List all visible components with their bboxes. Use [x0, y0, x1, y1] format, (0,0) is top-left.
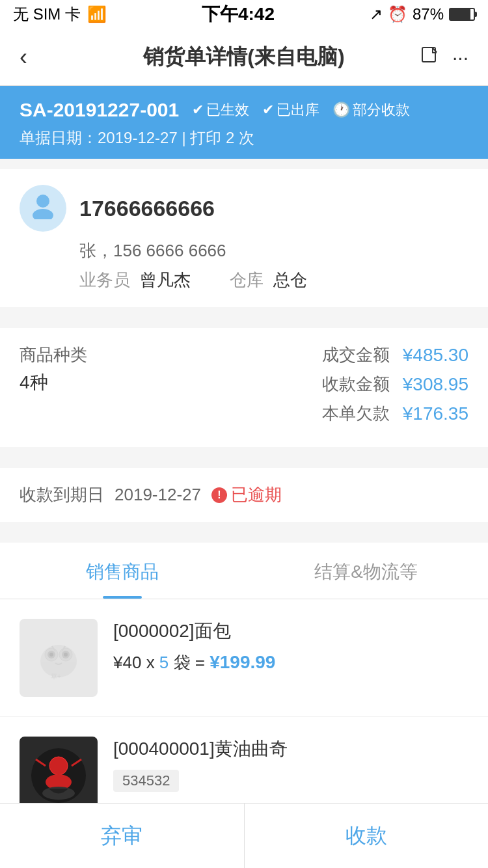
abandon-review-button[interactable]: 弃审 — [0, 804, 245, 868]
received-value: ¥308.95 — [403, 374, 468, 395]
battery-icon — [449, 8, 475, 21]
svg-point-8 — [49, 653, 53, 657]
warehouse-name: 总仓 — [273, 270, 307, 290]
svg-point-12 — [49, 757, 68, 775]
customer-row: 17666666666 — [20, 185, 468, 232]
print-count: 2 — [226, 129, 234, 146]
deal-amount-label: 成交金额 — [322, 344, 390, 366]
product-info-1: [0000002]面包 ¥40 x 5 袋 = ¥199.99 — [113, 619, 468, 674]
tab-settlement[interactable]: 结算&物流等 — [244, 543, 488, 599]
staff-label: 业务员 — [79, 270, 130, 290]
customer-info: 张，156 6666 6666 — [79, 239, 468, 262]
svg-point-2 — [33, 209, 53, 219]
page-title: 销货单详情(来自电脑) — [143, 43, 344, 72]
wifi-icon: 📶 — [87, 5, 107, 23]
sep-1 — [0, 159, 488, 169]
sep-4 — [0, 532, 488, 543]
order-date: 2019-12-27 — [98, 129, 178, 146]
product-batch-2: 534532 — [113, 769, 468, 801]
location-icon: ↗ — [370, 5, 383, 23]
print-label: | 打印 — [178, 129, 226, 146]
status-shipped: ✔ 已出库 — [262, 100, 319, 120]
status-effected: ✔ 已生效 — [192, 100, 249, 120]
bottom-action-bar: 弃审 收款 — [0, 803, 488, 868]
product-name-1: [0000002]面包 — [113, 619, 468, 644]
due-date: 2019-12-27 — [115, 485, 201, 505]
check-icon-1: ✔ — [192, 102, 204, 118]
svg-point-9 — [64, 653, 68, 657]
staff-section: 业务员 曾凡杰 — [79, 269, 191, 292]
status-time: 下午4:42 — [202, 2, 275, 27]
total-1: ¥199.99 — [210, 652, 275, 672]
more-icon[interactable]: ··· — [452, 46, 468, 68]
status-left: 无 SIM 卡 📶 — [13, 4, 107, 25]
svg-text:草+: 草+ — [51, 673, 61, 680]
staff-row: 业务员 曾凡杰 仓库 总仓 — [79, 269, 468, 292]
quantity-1: 5 — [159, 653, 169, 672]
received-row: 收款金额 ¥308.95 — [322, 373, 468, 396]
clock-icon: 🕐 — [332, 102, 350, 118]
check-icon-2: ✔ — [262, 102, 274, 118]
stats-right: 成交金额 ¥485.30 收款金额 ¥308.95 本单欠款 ¥176.35 — [322, 344, 468, 431]
status-right: ↗ ⏰ 87% — [370, 5, 475, 23]
order-number: SA-20191227-001 — [20, 99, 179, 121]
debt-label: 本单欠款 — [322, 402, 390, 425]
product-item-1: 草+ [0000002]面包 ¥40 x 5 袋 = ¥199.99 — [0, 599, 488, 717]
nav-actions: ··· — [420, 45, 468, 69]
debt-row: 本单欠款 ¥176.35 — [322, 402, 468, 425]
status-partial: 🕐 部分收款 — [332, 100, 410, 120]
type-count: 4种 — [20, 370, 87, 395]
alarm-icon: ⏰ — [388, 5, 407, 23]
due-section: 收款到期日 2019-12-27 ! 已逾期 — [0, 468, 488, 522]
header-banner: SA-20191227-001 ✔ 已生效 ✔ 已出库 🕐 部分收款 单据日期：… — [0, 86, 488, 159]
banner-date-row: 单据日期：2019-12-27 | 打印 2 次 — [20, 128, 468, 148]
person-icon — [29, 191, 57, 226]
svg-point-1 — [36, 195, 49, 208]
overdue-icon: ! — [211, 487, 227, 503]
warehouse-label: 仓库 — [230, 270, 264, 290]
customer-section: 17666666666 张，156 6666 6666 业务员 曾凡杰 仓库 总… — [0, 169, 488, 307]
back-button[interactable]: ‹ — [13, 37, 34, 77]
type-label: 商品种类 — [20, 344, 87, 366]
stats-section: 商品种类 4种 成交金额 ¥485.30 收款金额 ¥308.95 本单欠款 ¥… — [0, 328, 488, 447]
customer-id: 17666666666 — [79, 196, 215, 221]
product-price-1: ¥40 x 5 袋 = ¥199.99 — [113, 651, 468, 674]
nav-bar: ‹ 销货单详情(来自电脑) ··· — [0, 29, 488, 86]
product-name-2: [000400001]黄油曲奇 — [113, 737, 468, 761]
due-label: 收款到期日 — [20, 483, 104, 506]
staff-name: 曾凡杰 — [140, 270, 191, 290]
debt-value: ¥176.35 — [403, 403, 468, 424]
banner-row1: SA-20191227-001 ✔ 已生效 ✔ 已出库 🕐 部分收款 — [20, 99, 468, 121]
tab-sales-products[interactable]: 销售商品 — [0, 543, 244, 599]
share-icon[interactable] — [420, 45, 439, 69]
sep-3 — [0, 457, 488, 468]
product-thumbnail-1: 草+ — [20, 619, 98, 697]
stats-left: 商品种类 4种 — [20, 344, 87, 395]
print-suffix: 次 — [234, 129, 254, 146]
sep-2 — [0, 318, 488, 328]
overdue-text: 已逾期 — [231, 483, 282, 506]
warehouse-section: 仓库 总仓 — [230, 269, 307, 292]
battery-text: 87% — [413, 5, 444, 23]
collect-payment-button[interactable]: 收款 — [245, 804, 489, 868]
carrier-text: 无 SIM 卡 — [13, 4, 81, 25]
status-bar: 无 SIM 卡 📶 下午4:42 ↗ ⏰ 87% — [0, 0, 488, 29]
deal-amount-row: 成交金额 ¥485.30 — [322, 344, 468, 366]
overdue-badge: ! 已逾期 — [211, 483, 282, 506]
customer-avatar — [20, 185, 66, 232]
tabs-section: 销售商品 结算&物流等 — [0, 543, 488, 599]
deal-amount-value: ¥485.30 — [403, 345, 468, 366]
received-label: 收款金额 — [322, 373, 390, 396]
date-label: 单据日期： — [20, 129, 98, 146]
